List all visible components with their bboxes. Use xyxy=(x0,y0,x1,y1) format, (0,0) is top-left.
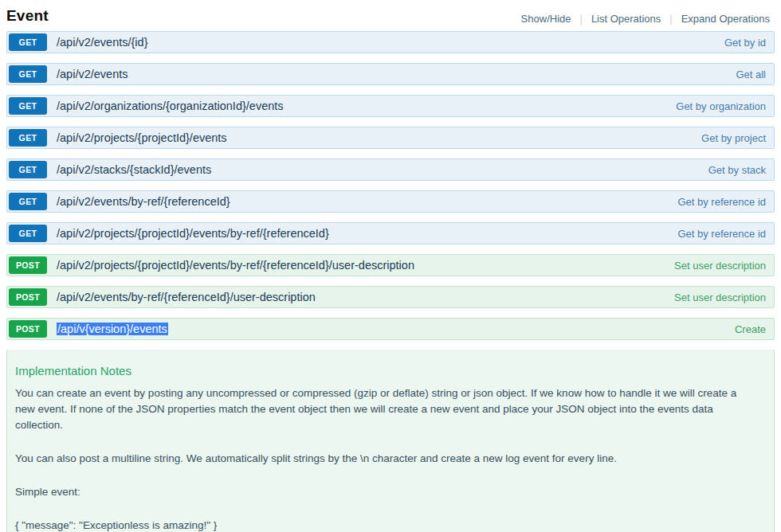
divider: | xyxy=(579,13,582,25)
resource-title: Event xyxy=(6,7,49,25)
endpoint-path[interactable]: /api/v2/projects/{projectId}/events/by-r… xyxy=(57,259,674,272)
operation-summary-link[interactable]: Get by id xyxy=(724,37,766,49)
http-method-badge: GET xyxy=(9,65,47,83)
http-method-badge: GET xyxy=(9,129,47,147)
operation-summary-link[interactable]: Set user description xyxy=(674,260,766,272)
operation-summary-link[interactable]: Get by reference id xyxy=(677,196,766,208)
operation-summary-link[interactable]: Set user description xyxy=(674,291,766,303)
operation-summary-link[interactable]: Get by organization xyxy=(676,100,766,112)
notes-paragraph: Simple event: xyxy=(15,484,752,500)
endpoint-path[interactable]: /api/v2/events/by-ref/{referenceId} xyxy=(57,195,677,208)
operation-row-get-all[interactable]: GET /api/v2/events Get all xyxy=(6,63,775,85)
endpoint-path[interactable]: /api/v2/stacks/{stackId}/events xyxy=(57,163,708,176)
notes-paragraph: You can create an event by posting any u… xyxy=(15,385,752,433)
operation-row-get-by-reference-id[interactable]: GET /api/v2/events/by-ref/{referenceId} … xyxy=(6,190,775,213)
resource-header: Event Show/Hide | List Operations | Expa… xyxy=(6,0,775,31)
notes-paragraph: You can also post a multiline string. We… xyxy=(15,451,752,467)
endpoint-path[interactable]: /api/v{version}/events xyxy=(57,323,735,335)
selected-text-highlight: /api/v{version}/events xyxy=(57,323,168,335)
endpoint-path[interactable]: /api/v2/events/by-ref/{referenceId}/user… xyxy=(57,291,674,303)
endpoint-path[interactable]: /api/v2/projects/{projectId}/events/by-r… xyxy=(57,227,677,240)
resource-controls: Show/Hide | List Operations | Expand Ope… xyxy=(521,13,771,25)
operation-row-get-by-id[interactable]: GET /api/v2/events/{id} Get by id xyxy=(6,31,775,53)
http-method-badge: GET xyxy=(9,225,47,242)
operation-row-get-by-project-reference-id[interactable]: GET /api/v2/projects/{projectId}/events/… xyxy=(6,222,775,244)
operation-summary-link[interactable]: Get by stack xyxy=(708,164,766,176)
http-method-badge: POST xyxy=(9,288,47,306)
operation-row-get-by-stack[interactable]: GET /api/v2/stacks/{stackId}/events Get … xyxy=(6,158,775,181)
endpoint-path[interactable]: /api/v2/organizations/{organizationId}/e… xyxy=(57,100,676,112)
operation-summary-link[interactable]: Get by reference id xyxy=(677,228,766,240)
api-resource-section: Event Show/Hide | List Operations | Expa… xyxy=(0,0,781,532)
operation-row-get-by-project[interactable]: GET /api/v2/projects/{projectId}/events … xyxy=(6,127,775,149)
divider: | xyxy=(669,13,672,25)
operation-row-create-event[interactable]: POST /api/v{version}/events Create xyxy=(6,318,775,340)
operation-summary-link[interactable]: Get all xyxy=(736,68,766,80)
http-method-badge: GET xyxy=(9,33,47,51)
endpoint-path[interactable]: /api/v2/events/{id} xyxy=(57,36,724,49)
operation-row-get-by-organization[interactable]: GET /api/v2/organizations/{organizationI… xyxy=(6,95,775,117)
show-hide-link[interactable]: Show/Hide xyxy=(521,13,571,25)
list-operations-link[interactable]: List Operations xyxy=(591,13,661,25)
operation-summary-link[interactable]: Create xyxy=(735,323,766,335)
operation-row-set-user-description-project[interactable]: POST /api/v2/projects/{projectId}/events… xyxy=(6,254,775,276)
http-method-badge: GET xyxy=(9,161,47,178)
operation-details-panel: Implementation Notes You can create an e… xyxy=(6,350,775,532)
http-method-badge: POST xyxy=(9,256,47,274)
endpoint-path[interactable]: /api/v2/events xyxy=(57,68,736,80)
http-method-badge: GET xyxy=(9,193,47,210)
operation-row-set-user-description[interactable]: POST /api/v2/events/by-ref/{referenceId}… xyxy=(6,286,775,308)
endpoint-path[interactable]: /api/v2/projects/{projectId}/events xyxy=(57,131,701,144)
http-method-badge: POST xyxy=(9,320,47,338)
http-method-badge: GET xyxy=(9,97,47,115)
operation-summary-link[interactable]: Get by project xyxy=(701,132,766,144)
expand-operations-link[interactable]: Expand Operations xyxy=(681,13,770,25)
implementation-notes-heading: Implementation Notes xyxy=(15,364,764,377)
notes-example-json: { "message": "Exceptionless is amazing!"… xyxy=(15,518,752,532)
